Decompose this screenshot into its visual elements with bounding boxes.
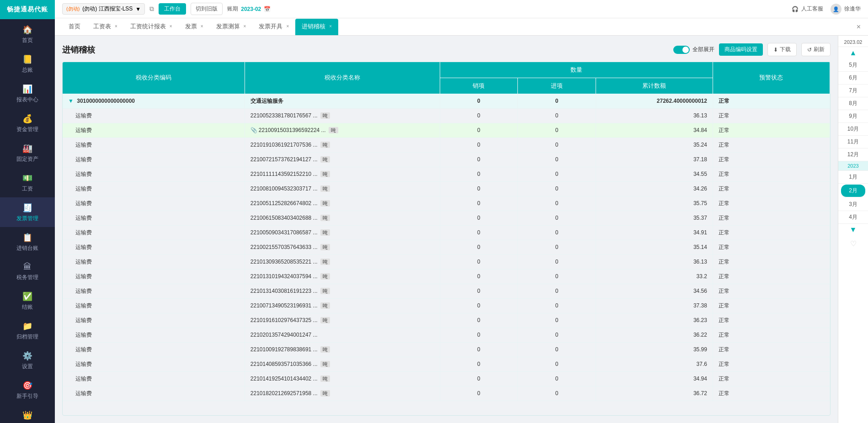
sidebar-item-ledger[interactable]: 📒 总账 xyxy=(0,49,55,79)
headset-icon: 🎧 xyxy=(792,6,799,12)
tab-home[interactable]: 首页 xyxy=(62,19,87,35)
refresh-button[interactable]: ↺ 刷新 xyxy=(801,43,831,56)
close-all-icon[interactable]: × xyxy=(857,23,861,31)
cell-status: 正常 xyxy=(713,342,830,357)
switch-version-button[interactable]: 切到旧版 xyxy=(191,3,223,15)
expand-icon[interactable]: ▼ xyxy=(68,98,74,104)
table-row[interactable]: 运输费 22101408593571035366 ...吨 0 0 37.6 正… xyxy=(63,357,830,371)
table-row[interactable]: 运输费 22100511252826674802 ...吨 0 0 35.75 … xyxy=(63,196,830,211)
cal-month-5[interactable]: 5月 xyxy=(838,59,868,72)
cell-sales: 0 xyxy=(440,371,518,386)
avatar: 👤 xyxy=(831,4,841,15)
table-row[interactable]: 运输费 22100810094532303717 ...吨 0 0 34.26 … xyxy=(63,181,830,196)
table-row[interactable]: 运输费 22100215570357643633 ...吨 0 0 35.14 … xyxy=(63,240,830,254)
sidebar-item-invoice-mgmt[interactable]: 🧾 发票管理 xyxy=(0,197,55,227)
cal-month-8[interactable]: 8月 xyxy=(838,97,868,110)
cal-month-11[interactable]: 11月 xyxy=(838,136,868,148)
table-row[interactable]: 运输费 22101419254101434402 ...吨 0 0 34.94 … xyxy=(63,371,830,386)
expand-toggle-label: 全部展开 xyxy=(692,46,714,53)
tab-invoice[interactable]: 发票 × xyxy=(179,19,210,35)
cell-cumulative: 27262.40000000012 xyxy=(596,94,713,108)
cell-purchase: 0 xyxy=(518,371,596,386)
tab-close-invoice-issue[interactable]: × xyxy=(286,24,289,29)
table-row[interactable]: 运输费 22102013574294001247 ... 0 0 36.22 正… xyxy=(63,328,830,342)
cell-invoice-no: 22102013574294001247 ... xyxy=(245,328,440,342)
tab-invoice-calc[interactable]: 发票测算 × xyxy=(210,19,253,35)
cell-invoice-no: 22100215570357643633 ...吨 xyxy=(245,240,440,254)
tab-close-salary-stats[interactable]: × xyxy=(170,24,172,29)
tab-close-invoice-calc[interactable]: × xyxy=(244,24,246,29)
sidebar-item-member[interactable]: 👑 畅会员 xyxy=(0,405,55,423)
table-row[interactable]: ▼ 3010000000000000000 交通运输服务 0 0 27262.4… xyxy=(63,94,830,108)
company-selector[interactable]: (勿动) (勿动) 江西报宝-LSS ▼ xyxy=(62,3,145,15)
tab-close-invoice-reconcile[interactable]: × xyxy=(329,24,332,29)
cal-month-12[interactable]: 12月 xyxy=(838,148,868,161)
download-button[interactable]: ⬇ 下载 xyxy=(767,43,797,56)
user-menu[interactable]: 👤 徐逢华 xyxy=(831,4,861,15)
tab-salary-stats[interactable]: 工资统计报表 × xyxy=(124,19,179,35)
support-button[interactable]: 🎧 人工客服 xyxy=(792,5,823,13)
workbench-button[interactable]: 工作台 xyxy=(159,3,186,15)
tab-salary-table[interactable]: 工资表 × xyxy=(87,19,124,35)
cal-down-nav[interactable]: ▼ xyxy=(848,224,859,236)
table-row[interactable]: 运输费 📎22100915031396592224 ...吨 0 0 34.84… xyxy=(63,123,830,137)
cal-month-1[interactable]: 1月 xyxy=(838,171,868,184)
cell-cumulative: 35.75 xyxy=(596,196,713,211)
table-row[interactable]: 运输费 22101916102976437325 ...吨 0 0 36.23 … xyxy=(63,313,830,328)
table-row[interactable]: 运输费 22101314030816191223 ...吨 0 0 34.56 … xyxy=(63,284,830,298)
expand-toggle[interactable] xyxy=(673,46,690,54)
cell-purchase: 0 xyxy=(518,167,596,181)
cell-purchase: 0 xyxy=(518,108,596,123)
cal-up-nav[interactable]: ▲ xyxy=(848,47,859,59)
cell-item-name: 运输费 xyxy=(63,254,245,269)
cal-month-2-active[interactable]: 2月 xyxy=(841,185,865,197)
cal-month-6[interactable]: 6月 xyxy=(838,72,868,85)
tab-close-invoice[interactable]: × xyxy=(201,24,203,29)
cell-cumulative: 34.55 xyxy=(596,167,713,181)
cal-month-7[interactable]: 7月 xyxy=(838,85,868,97)
cell-invoice-no: 22101009192789838691 ...吨 xyxy=(245,342,440,357)
sidebar-item-settings[interactable]: ⚙️ 设置 xyxy=(0,345,55,375)
copy-icon[interactable]: ⧉ xyxy=(149,5,154,13)
cell-purchase: 0 xyxy=(518,181,596,196)
sidebar-item-salary[interactable]: 💵 工资 xyxy=(0,168,55,197)
sidebar-item-fixed-assets[interactable]: 🏭 固定资产 xyxy=(0,138,55,168)
table-row[interactable]: 运输费 22100523381780176567 ...吨 0 0 36.13 … xyxy=(63,108,830,123)
cell-cumulative: 37.38 xyxy=(596,298,713,313)
cal-month-9[interactable]: 9月 xyxy=(838,110,868,123)
sidebar-item-guide[interactable]: 🎯 新手引导 xyxy=(0,375,55,405)
product-code-settings-button[interactable]: 商品编码设置 xyxy=(719,43,763,56)
sidebar-item-home[interactable]: 🏠 首页 xyxy=(0,19,55,49)
calendar-icon[interactable]: 📅 xyxy=(264,6,271,12)
app-logo: 畅捷通易代账 xyxy=(0,0,55,19)
cell-cumulative: 35.37 xyxy=(596,211,713,225)
table-row[interactable]: 运输费 22101910361921707536 ...吨 0 0 35.24 … xyxy=(63,137,830,152)
cal-curr-year: 2023 xyxy=(838,161,868,171)
sidebar-item-archive[interactable]: 📁 归档管理 xyxy=(0,316,55,345)
sidebar-item-sales-ledger[interactable]: 📋 进销台账 xyxy=(0,227,55,257)
tax-icon: 🏛 xyxy=(23,262,32,272)
table-row[interactable]: 运输费 22101310194324037594 ...吨 0 0 33.2 正… xyxy=(63,269,830,284)
table-row[interactable]: 运输费 22101111143592152210 ...吨 0 0 34.55 … xyxy=(63,167,830,181)
table-row[interactable]: 运输费 22100509034317086587 ...吨 0 0 34.91 … xyxy=(63,225,830,240)
cell-purchase: 0 xyxy=(518,225,596,240)
table-row[interactable]: 运输费 22100721573762194127 ...吨 0 0 37.18 … xyxy=(63,152,830,167)
table-row[interactable]: 运输费 22101309365208535221 ...吨 0 0 36.13 … xyxy=(63,254,830,269)
sidebar-item-close-account[interactable]: ✅ 结账 xyxy=(0,286,55,316)
cal-month-4[interactable]: 4月 xyxy=(838,211,868,224)
sidebar-item-funds[interactable]: 💰 资金管理 xyxy=(0,108,55,138)
table-row[interactable]: 运输费 22101820212692571958 ...吨 0 0 36.72 … xyxy=(63,386,830,401)
cell-item-name: 运输费 xyxy=(63,211,245,225)
cell-status: 正常 xyxy=(713,254,830,269)
cell-purchase: 0 xyxy=(518,123,596,137)
tab-invoice-reconcile[interactable]: 进销稽核 × xyxy=(295,19,338,35)
cal-month-10[interactable]: 10月 xyxy=(838,123,868,136)
cal-month-3[interactable]: 3月 xyxy=(838,198,868,211)
table-row[interactable]: 运输费 22101009192789838691 ...吨 0 0 35.99 … xyxy=(63,342,830,357)
tab-close-salary[interactable]: × xyxy=(115,24,117,29)
sidebar-item-tax[interactable]: 🏛 税务管理 xyxy=(0,257,55,286)
table-row[interactable]: 运输费 22100615083403402688 ...吨 0 0 35.37 … xyxy=(63,211,830,225)
tab-invoice-issue[interactable]: 发票开具 × xyxy=(252,19,295,35)
sidebar-item-reports[interactable]: 📊 报表中心 xyxy=(0,79,55,108)
table-row[interactable]: 运输费 22100713490523196931 ...吨 0 0 37.38 … xyxy=(63,298,830,313)
